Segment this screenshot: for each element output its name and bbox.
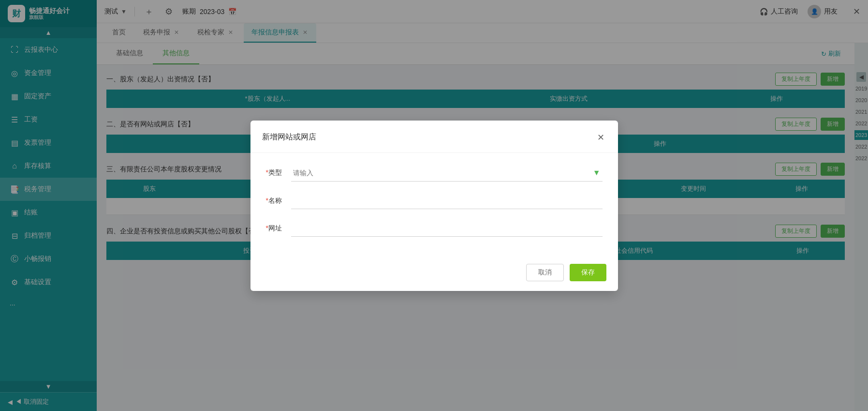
dialog-close-button[interactable]: ✕ (595, 130, 606, 145)
add-website-dialog: 新增网站或网店 ✕ *类型 ▼ *名称 (250, 121, 618, 291)
form-row-name: *名称 (266, 193, 603, 209)
url-input[interactable] (291, 221, 603, 237)
cancel-button[interactable]: 取消 (526, 264, 564, 281)
form-field-url (291, 221, 603, 237)
type-dropdown-icon[interactable]: ▼ (593, 168, 601, 177)
dialog-title: 新增网站或网店 (262, 132, 316, 142)
dialog-footer: 取消 保存 (250, 258, 618, 291)
form-field-name (291, 193, 603, 209)
type-select-row: ▼ (291, 165, 603, 182)
type-input[interactable] (293, 169, 593, 177)
form-label-type: *类型 (266, 168, 285, 177)
form-label-name: *名称 (266, 197, 285, 205)
form-row-type: *类型 ▼ (266, 165, 603, 182)
required-marker-url: * (266, 224, 268, 232)
dialog-overlay[interactable]: 新增网站或网店 ✕ *类型 ▼ *名称 (0, 0, 868, 411)
name-input[interactable] (291, 193, 603, 209)
form-label-url: *网址 (266, 224, 285, 233)
form-row-url: *网址 (266, 221, 603, 237)
required-marker-name: * (266, 197, 268, 204)
dialog-body: *类型 ▼ *名称 (250, 153, 618, 258)
save-button[interactable]: 保存 (570, 264, 606, 281)
form-field-type: ▼ (291, 165, 603, 182)
required-marker: * (266, 168, 268, 176)
dialog-header: 新增网站或网店 ✕ (250, 121, 618, 153)
